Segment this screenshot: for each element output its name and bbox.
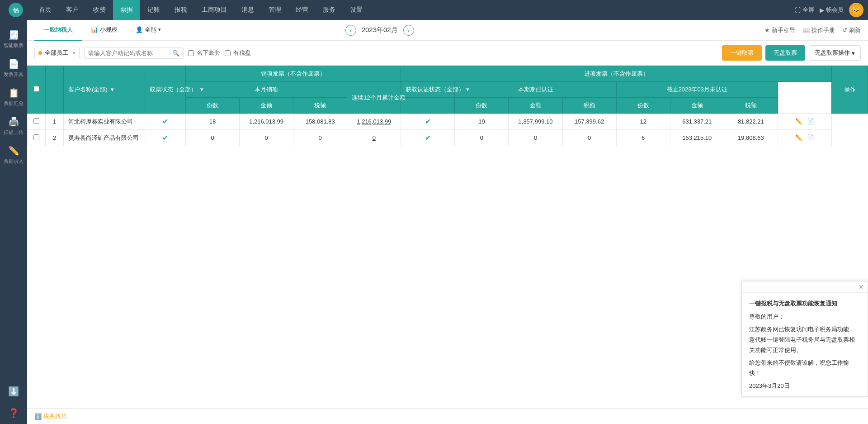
top-nav: 畅 首页 客户 收费 票据 记账 报税 工商项目 消息 管理 经营 服务 设置 …: [0, 0, 868, 20]
no-disk-get-button[interactable]: 无盘取票: [765, 45, 805, 61]
row1-checkbox[interactable]: [28, 114, 46, 130]
row2-pur-amount1: 0: [509, 130, 562, 146]
issue-icon: 📄: [8, 58, 19, 69]
row1-pur-amount2: 631,337.21: [670, 114, 724, 130]
sidebar-item-summary[interactable]: 📋 票据汇总: [0, 82, 27, 111]
play-icon: ▶: [820, 7, 824, 14]
th-pur-amount2: 金额: [670, 98, 724, 114]
nav-invoice[interactable]: 票据: [113, 0, 140, 20]
prev-month-button[interactable]: ‹: [345, 25, 356, 36]
checkbox-taxdisk[interactable]: 有税盘: [225, 49, 251, 57]
sub-tabs: 一般纳税人 📊 小规模 👤 全能 ▾ ‹ 2023年02月 › ★: [27, 20, 868, 41]
row1-ops: ✏️ 📄: [778, 114, 831, 130]
status-filter-icon[interactable]: ▾: [200, 86, 203, 93]
row2-sales-tax: 0: [293, 130, 347, 146]
nav-accounting[interactable]: 记账: [140, 0, 167, 20]
sidebar-item-entry[interactable]: ✏️ 票据录入: [0, 140, 27, 169]
checkbox-accounts[interactable]: 名下账套: [188, 49, 220, 57]
th-pur-status-icon: [401, 98, 455, 114]
sidebar-item-issue[interactable]: 📄 发票开具: [0, 53, 27, 82]
manual-link[interactable]: 📖 操作手册: [802, 26, 835, 34]
row1-pur-amount1: 1,357,999.10: [509, 114, 562, 130]
refresh-icon: ↺: [842, 27, 847, 33]
member-link[interactable]: ▶ 畅会员: [820, 6, 844, 14]
tax-policy-link[interactable]: ℹ️ 税务政策: [34, 412, 67, 420]
close-icon[interactable]: ✕: [859, 283, 864, 291]
nav-service[interactable]: 服务: [316, 0, 343, 20]
nav-collection[interactable]: 收费: [86, 0, 113, 20]
nav-business[interactable]: 工商项目: [194, 0, 234, 20]
scan-icon: 🖨️: [8, 116, 19, 127]
nav-home[interactable]: 首页: [32, 0, 59, 20]
row1-index: 1: [46, 114, 64, 130]
row1-company: 河北柯摩栎实业有限公司: [64, 114, 145, 130]
notification-greeting: 尊敬的用户：: [749, 311, 860, 322]
tab-general[interactable]: 一般纳税人: [34, 20, 82, 41]
row2-checkbox[interactable]: [28, 130, 46, 146]
no-disk-more-button[interactable]: 无盘取票操作 ▾: [809, 45, 861, 61]
row2-company: 灵寿县尚泽矿产品有限公司: [64, 130, 145, 146]
nav-message[interactable]: 消息: [234, 0, 261, 20]
th-pur-amount1: 金额: [509, 98, 562, 114]
detail-icon[interactable]: 📄: [807, 134, 814, 141]
one-click-get-button[interactable]: 一键取票: [722, 45, 762, 61]
taxdisk-checkbox[interactable]: [225, 50, 231, 56]
nav-tax[interactable]: 报税: [167, 0, 194, 20]
tab-small[interactable]: 📊 小规模: [82, 20, 127, 41]
check-circle-icon: ✔: [425, 118, 431, 125]
app-layout: 🧾 智能取票 📄 发票开具 📋 票据汇总 🖨️ 扫描上传 ✏️ 票据录入 ⬇️ …: [0, 20, 868, 424]
nav-customer[interactable]: 客户: [59, 0, 86, 20]
next-month-button[interactable]: ›: [403, 25, 414, 36]
edit-icon[interactable]: ✏️: [795, 134, 802, 141]
row1-sales-count: 18: [186, 114, 240, 130]
th-pur-count2: 份数: [616, 98, 670, 114]
month-nav: ‹ 2023年02月 ›: [345, 25, 414, 36]
smart-get-icon: 🧾: [8, 29, 19, 40]
avatar[interactable]: 🐱: [849, 3, 863, 17]
row1-sales-amount: 1,216,013.99: [240, 114, 293, 130]
all-icon: 👤: [136, 26, 143, 33]
employee-select[interactable]: 全部员工 ▾: [34, 47, 80, 59]
edit-icon[interactable]: ✏️: [795, 118, 802, 125]
main-table: 客户名称(全部) ▾ 取票状态（全部） ▾ 销项发票（不含作废票） 进项发票（不…: [27, 66, 868, 146]
notification-title: 一键报税与无盘取票功能恢复通知: [749, 298, 860, 309]
sidebar-help[interactable]: ❓: [0, 402, 27, 424]
notification-panel: ✕ 一键报税与无盘取票功能恢复通知 尊敬的用户： 江苏政务网已恢复访问电子税务局…: [741, 281, 868, 397]
manual-icon: 📖: [802, 27, 810, 33]
notification-header: ✕: [742, 281, 868, 293]
search-box: 🔍: [84, 48, 184, 59]
sub-tab-right-actions: ★ 新手引导 📖 操作手册 ↺ 刷新: [764, 26, 861, 34]
select-all-checkbox[interactable]: [33, 86, 39, 92]
purchase-status-filter-icon[interactable]: ▾: [466, 86, 469, 93]
row2-cumulative[interactable]: 0: [347, 130, 401, 146]
sidebar-download[interactable]: ⬇️: [0, 381, 27, 402]
nav-operation[interactable]: 经营: [288, 0, 316, 20]
sidebar-item-smart-get[interactable]: 🧾 智能取票: [0, 24, 27, 53]
check-circle-icon: ✔: [425, 134, 431, 142]
row1-pur-tax1: 157,399.62: [562, 114, 616, 130]
th-cumulative: 连续12个月累计金额: [347, 82, 401, 114]
logo[interactable]: 畅: [5, 0, 27, 20]
table-row: 1 河北柯摩栎实业有限公司 ✔ 18 1,216,013.99 158,081.…: [28, 114, 868, 130]
filter-icon[interactable]: ▾: [111, 86, 114, 93]
search-icon[interactable]: 🔍: [172, 50, 179, 57]
refresh-link[interactable]: ↺ 刷新: [842, 26, 861, 34]
th-purchase-status: 获取认证状态（全部） ▾: [401, 82, 455, 98]
fullscreen-icon: ⛶: [795, 7, 801, 14]
row2-pur-count2: 6: [616, 130, 670, 146]
fullscreen-link[interactable]: ⛶ 全屏: [795, 6, 814, 14]
guide-link[interactable]: ★ 新手引导: [764, 26, 795, 34]
row2-pur-tax1: 0: [562, 130, 616, 146]
row1-cumulative[interactable]: 1,216,013.99: [347, 114, 401, 130]
accounts-checkbox[interactable]: [188, 50, 194, 56]
row2-status: ✔: [145, 130, 186, 146]
check-circle-icon: ✔: [162, 134, 168, 142]
nav-settings[interactable]: 设置: [343, 0, 370, 20]
nav-management[interactable]: 管理: [261, 0, 288, 20]
row2-ops: ✏️ 📄: [778, 130, 831, 146]
search-input[interactable]: [88, 50, 170, 57]
sidebar-item-scan[interactable]: 🖨️ 扫描上传: [0, 111, 27, 140]
detail-icon[interactable]: 📄: [807, 118, 814, 125]
tab-all[interactable]: 👤 全能 ▾: [127, 20, 170, 41]
th-company: 客户名称(全部) ▾: [64, 66, 145, 114]
